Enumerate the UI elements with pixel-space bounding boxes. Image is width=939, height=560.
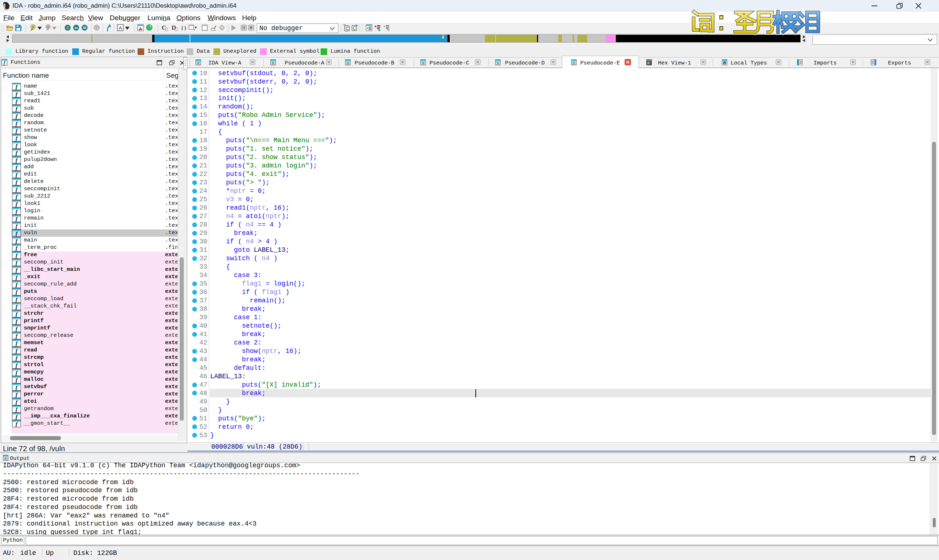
svg-text:0: 0 (724, 62, 726, 65)
svg-text:C: C (345, 26, 349, 31)
svg-text:C: C (353, 26, 356, 31)
svg-text:A: A (119, 25, 122, 31)
svg-text:{ }: { } (181, 25, 187, 31)
